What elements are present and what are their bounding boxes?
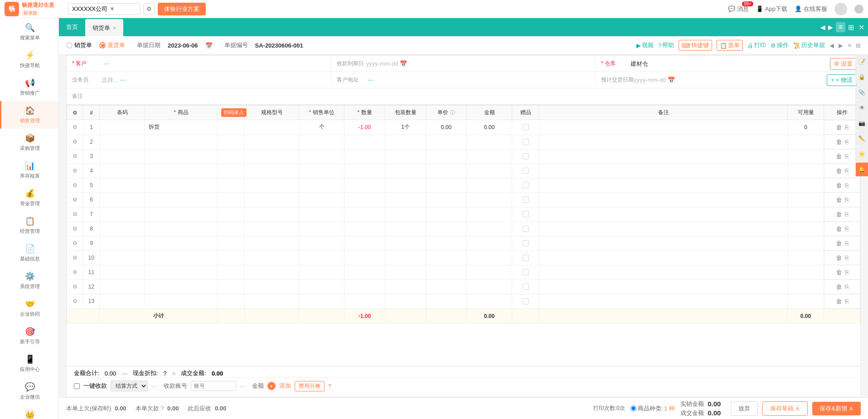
cell-pkg-6[interactable]	[385, 207, 426, 222]
delete-icon[interactable]: 🗑	[836, 196, 842, 203]
cell-product-6[interactable]	[145, 207, 218, 222]
copy-icon[interactable]: ⎘	[845, 240, 849, 247]
cell-settings-6[interactable]: ⚙	[67, 207, 83, 222]
print-button[interactable]: 🖨 打印	[747, 41, 766, 49]
cell-product-1[interactable]	[145, 135, 218, 149]
warehouse-value[interactable]: 建材仓	[630, 60, 847, 68]
cell-unit-3[interactable]	[299, 164, 344, 178]
video-button[interactable]: ▶ 视频	[636, 41, 654, 49]
settle-method-dots[interactable]: ···	[151, 383, 156, 390]
delete-icon[interactable]: 🗑	[836, 211, 842, 218]
cell-amount-12[interactable]	[467, 294, 512, 309]
th-scan-btn[interactable]: 扫码录入	[218, 106, 245, 120]
cell-settings-3[interactable]: ⚙	[67, 164, 83, 178]
copy-icon[interactable]: ⎘	[845, 138, 849, 145]
customer-dots-button[interactable]: ···	[103, 60, 109, 68]
cell-spec-8[interactable]	[245, 236, 299, 250]
cell-barcode-3[interactable]	[100, 164, 145, 178]
cell-price-0[interactable]: 0.00	[426, 120, 467, 135]
cell-gift-7[interactable]	[512, 222, 539, 236]
cell-ops-0[interactable]: 🗑 ⎘	[824, 120, 860, 135]
cell-ops-7[interactable]: 🗑 ⎘	[824, 222, 860, 236]
set-button[interactable]: ⚙ 设置	[830, 58, 857, 70]
cell-spec-5[interactable]	[245, 193, 299, 207]
cell-gift-10[interactable]	[512, 265, 539, 279]
delivery-calendar-icon[interactable]: 📅	[668, 77, 675, 83]
cell-product-2[interactable]	[145, 149, 218, 164]
cell-pkg-9[interactable]	[385, 250, 426, 265]
expense-split-button[interactable]: 费用分摊	[295, 381, 325, 391]
calendar-icon[interactable]: 📅	[205, 42, 213, 49]
cell-spec-10[interactable]	[245, 265, 299, 279]
cell-settings-2[interactable]: ⚙	[67, 149, 83, 164]
cell-remark-1[interactable]	[539, 135, 788, 149]
cell-pkg-4[interactable]	[385, 178, 426, 193]
cell-amount-10[interactable]	[467, 265, 512, 279]
one-click-pay-checkbox[interactable]	[74, 383, 80, 389]
cell-settings-8[interactable]: ⚙	[67, 236, 83, 250]
cell-remark-3[interactable]	[539, 164, 788, 178]
online-service-button[interactable]: 👤 在线客服	[795, 5, 827, 13]
cell-qty-10[interactable]	[344, 265, 385, 279]
right-panel-btn-1[interactable]: 📝	[855, 54, 868, 69]
cell-spec-12[interactable]	[245, 294, 299, 309]
cell-qty-4[interactable]	[344, 178, 385, 193]
cell-qty-0[interactable]: -1.00	[344, 120, 385, 135]
sidebar-item-purchase[interactable]: 📦 采购管理	[0, 129, 58, 156]
cell-gift-3[interactable]	[512, 164, 539, 178]
cell-gift-11[interactable]	[512, 279, 539, 294]
cell-spec-9[interactable]	[245, 250, 299, 265]
cell-qty-8[interactable]	[344, 236, 385, 250]
cell-unit-5[interactable]	[299, 193, 344, 207]
delete-icon[interactable]: 🗑	[836, 298, 842, 305]
cell-unit-7[interactable]	[299, 222, 344, 236]
cell-gift-0[interactable]	[512, 120, 539, 135]
delete-icon[interactable]: 🗑	[836, 167, 842, 174]
cell-qty-7[interactable]	[344, 222, 385, 236]
company-selector[interactable]: XXXXXX公司 ▼	[68, 3, 141, 15]
cell-qty-12[interactable]	[344, 294, 385, 309]
cell-amount-8[interactable]	[467, 236, 512, 250]
address-dots-button[interactable]: ···	[368, 76, 374, 84]
cell-amount-11[interactable]	[467, 279, 512, 294]
cell-settings-9[interactable]: ⚙	[67, 250, 83, 265]
delivery-input[interactable]: yyyy-mm-dd	[634, 77, 666, 83]
radio-sales-order[interactable]: 销货单	[66, 41, 92, 49]
cell-product-10[interactable]	[145, 265, 218, 279]
copy-icon[interactable]: ⎘	[845, 182, 849, 189]
delete-icon[interactable]: 🗑	[836, 269, 842, 276]
total-debt-help[interactable]: ?	[160, 405, 164, 412]
cell-settings-11[interactable]: ⚙	[67, 279, 83, 294]
sidebar-item-quicknav[interactable]: ⚡ 快捷导航	[0, 46, 58, 73]
cell-amount-9[interactable]	[467, 250, 512, 265]
radio-return-order[interactable]: 退货单	[99, 41, 125, 49]
cell-price-3[interactable]	[426, 164, 467, 178]
avatar[interactable]	[834, 3, 847, 15]
window-close-icon[interactable]: ✕	[858, 23, 864, 32]
copy-icon[interactable]: ⎘	[845, 225, 849, 232]
salesman-dots-button[interactable]: ···	[120, 76, 126, 84]
delete-icon[interactable]: 🗑	[836, 254, 842, 261]
help-button[interactable]: ? 帮助	[658, 41, 674, 49]
cell-ops-2[interactable]: 🗑 ⎘	[824, 149, 860, 164]
cell-spec-3[interactable]	[245, 164, 299, 178]
cell-gift-6[interactable]	[512, 207, 539, 222]
scan-input-button[interactable]: 扫码录入	[221, 108, 247, 117]
list-view-icon[interactable]: ≡	[848, 42, 851, 49]
cell-qty-5[interactable]	[344, 193, 385, 207]
app-download-button[interactable]: 📱 App下载	[756, 5, 787, 13]
cell-pkg-7[interactable]	[385, 222, 426, 236]
cell-spec-0[interactable]	[245, 120, 299, 135]
copy-icon[interactable]: ⎘	[845, 254, 849, 261]
notes-input[interactable]	[102, 93, 854, 100]
cell-ops-12[interactable]: 🗑 ⎘	[824, 294, 860, 308]
cell-spec-4[interactable]	[245, 178, 299, 193]
cell-barcode-1[interactable]	[100, 135, 145, 149]
cell-amount-5[interactable]	[467, 193, 512, 207]
cell-product-7[interactable]	[145, 222, 218, 236]
cell-amount-1[interactable]	[467, 135, 512, 149]
cell-remark-9[interactable]	[539, 250, 788, 265]
right-panel-btn-2[interactable]: 🔒	[855, 70, 868, 84]
cell-unit-4[interactable]	[299, 178, 344, 193]
sidebar-item-guide[interactable]: 🎯 新手引导	[0, 322, 58, 350]
